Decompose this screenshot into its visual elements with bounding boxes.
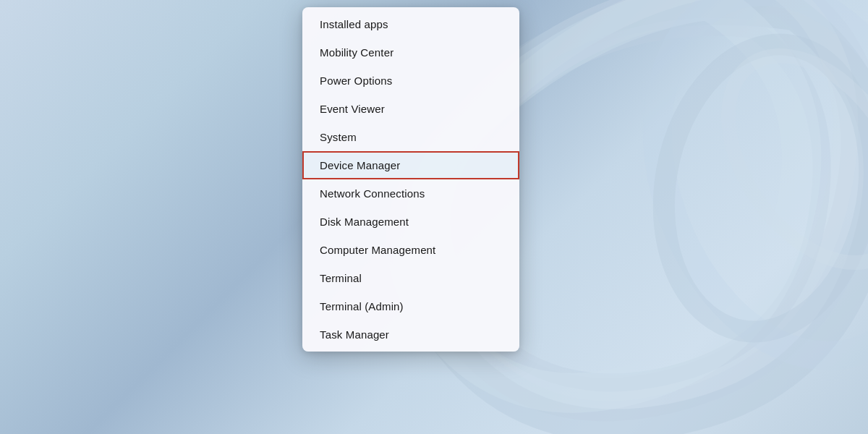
menu-item-terminal-admin[interactable]: Terminal (Admin) bbox=[302, 292, 519, 320]
menu-item-computer-management[interactable]: Computer Management bbox=[302, 236, 519, 264]
context-menu: Installed appsMobility CenterPower Optio… bbox=[302, 7, 519, 352]
menu-item-terminal[interactable]: Terminal bbox=[302, 264, 519, 292]
menu-item-system[interactable]: System bbox=[302, 123, 519, 151]
menu-item-task-manager[interactable]: Task Manager bbox=[302, 320, 519, 349]
menu-item-network-connections[interactable]: Network Connections bbox=[302, 179, 519, 208]
menu-item-installed-apps[interactable]: Installed apps bbox=[302, 10, 519, 38]
menu-item-power-options[interactable]: Power Options bbox=[302, 67, 519, 95]
menu-item-mobility-center[interactable]: Mobility Center bbox=[302, 38, 519, 67]
menu-item-disk-management[interactable]: Disk Management bbox=[302, 208, 519, 236]
menu-item-device-manager[interactable]: Device Manager bbox=[302, 151, 519, 179]
menu-item-event-viewer[interactable]: Event Viewer bbox=[302, 95, 519, 123]
